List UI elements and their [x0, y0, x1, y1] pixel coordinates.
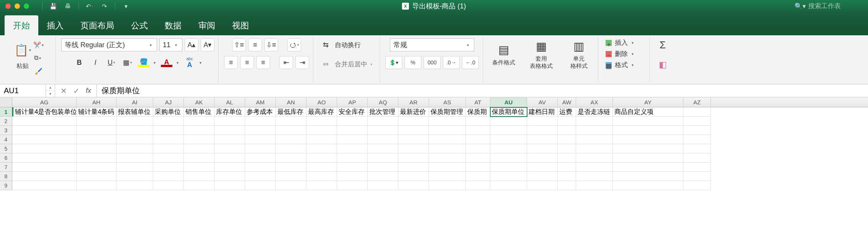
row-header[interactable]: 6	[0, 153, 12, 163]
clear-icon[interactable]: ◧	[656, 58, 670, 71]
cell[interactable]	[490, 172, 527, 181]
cell[interactable]	[337, 163, 368, 172]
cell[interactable]	[398, 153, 429, 163]
copy-icon[interactable]: ⧉▾	[33, 53, 44, 63]
cell[interactable]	[429, 172, 466, 181]
cell[interactable]	[276, 181, 306, 190]
cell[interactable]	[215, 163, 245, 172]
cell[interactable]	[337, 153, 368, 163]
cell[interactable]	[12, 181, 77, 190]
close-icon[interactable]	[5, 3, 11, 9]
cell[interactable]	[576, 117, 613, 126]
row-header[interactable]: 3	[0, 126, 12, 135]
cell[interactable]	[153, 126, 184, 135]
cell[interactable]	[466, 126, 490, 135]
cell[interactable]	[558, 117, 576, 126]
cell[interactable]	[576, 172, 613, 181]
cell[interactable]	[558, 163, 576, 172]
cell[interactable]	[77, 126, 116, 135]
cell[interactable]: 安全库存	[337, 107, 368, 117]
italic-button[interactable]: I	[88, 56, 102, 69]
cell[interactable]: 报表辅单位	[116, 107, 153, 117]
row-header[interactable]: 1	[0, 107, 12, 117]
cell[interactable]	[153, 135, 184, 144]
cell[interactable]	[77, 117, 116, 126]
row-header[interactable]: 2	[0, 117, 12, 126]
cell[interactable]	[368, 144, 398, 153]
customize-qat-icon[interactable]: ▾	[122, 2, 130, 10]
column-header-AL[interactable]: AL	[215, 97, 245, 107]
format-as-table-button[interactable]: ▦套用 表格格式	[526, 38, 557, 70]
cell[interactable]	[398, 117, 429, 126]
column-header-AP[interactable]: AP	[337, 97, 368, 107]
increase-decimal-icon[interactable]: .0→	[443, 56, 460, 69]
cell[interactable]: 销售单位	[184, 107, 215, 117]
column-header-AK[interactable]: AK	[184, 97, 215, 107]
cell[interactable]: 保质期单位	[490, 107, 527, 117]
cell[interactable]	[184, 181, 215, 190]
cell[interactable]	[466, 135, 490, 144]
cell[interactable]	[12, 172, 77, 181]
cell[interactable]: 商品自定义项	[613, 107, 683, 117]
cell[interactable]	[613, 172, 683, 181]
cell[interactable]	[116, 117, 153, 126]
search-box[interactable]: 🔍▾	[794, 2, 868, 10]
cell[interactable]	[490, 163, 527, 172]
align-right-icon[interactable]: ≡	[256, 56, 270, 69]
underline-button[interactable]: U▾	[105, 56, 118, 69]
cell[interactable]	[77, 135, 116, 144]
font-name-select[interactable]: 等线 Regular (正文)▾	[61, 38, 157, 51]
conditional-format-button[interactable]: ▤条件格式	[488, 42, 519, 66]
cell[interactable]	[245, 163, 276, 172]
align-left-icon[interactable]: ≡	[224, 56, 238, 69]
cell[interactable]	[215, 172, 245, 181]
cell[interactable]: 库存单位	[215, 107, 245, 117]
cell[interactable]	[306, 153, 337, 163]
column-header-AJ[interactable]: AJ	[153, 97, 184, 107]
cell[interactable]	[116, 163, 153, 172]
cell[interactable]	[245, 153, 276, 163]
increase-indent-icon[interactable]: ⇥	[295, 56, 309, 69]
delete-cells-button[interactable]: －删除▾	[606, 49, 644, 58]
minimize-icon[interactable]	[15, 3, 20, 9]
number-format-select[interactable]: 常规▾	[390, 38, 474, 51]
wrap-text-label[interactable]: 自动换行	[335, 41, 361, 49]
cancel-formula-icon[interactable]: ✕	[61, 86, 67, 95]
select-all-corner[interactable]	[0, 97, 12, 107]
cell[interactable]	[215, 126, 245, 135]
cell[interactable]	[576, 153, 613, 163]
cell[interactable]	[490, 135, 527, 144]
cell[interactable]	[466, 144, 490, 153]
cell[interactable]	[490, 181, 527, 190]
cell[interactable]	[184, 135, 215, 144]
enter-formula-icon[interactable]: ✓	[73, 86, 80, 95]
tab-插入[interactable]: 插入	[38, 15, 72, 35]
cell[interactable]	[429, 135, 466, 144]
wrap-text-icon[interactable]: ⇆	[319, 38, 332, 51]
cell[interactable]	[306, 181, 337, 190]
cell[interactable]	[337, 172, 368, 181]
cell[interactable]	[613, 144, 683, 153]
name-box-stepper[interactable]: ▲▼	[46, 84, 55, 97]
cell[interactable]	[116, 126, 153, 135]
bold-button[interactable]: B	[72, 56, 86, 69]
cell[interactable]	[558, 126, 576, 135]
cell[interactable]	[276, 144, 306, 153]
cell[interactable]	[527, 117, 558, 126]
cell[interactable]	[429, 144, 466, 153]
cell[interactable]	[337, 117, 368, 126]
cell[interactable]	[527, 181, 558, 190]
cell[interactable]	[116, 181, 153, 190]
cell[interactable]	[306, 144, 337, 153]
cell[interactable]	[613, 117, 683, 126]
undo-icon[interactable]: ↶▾	[86, 2, 93, 10]
cell[interactable]	[527, 126, 558, 135]
tab-数据[interactable]: 数据	[156, 15, 190, 35]
column-header-AM[interactable]: AM	[245, 97, 276, 107]
column-header-AU[interactable]: AU	[490, 97, 527, 107]
cell[interactable]	[77, 163, 116, 172]
cell[interactable]	[12, 163, 77, 172]
cell[interactable]	[683, 153, 711, 163]
cell[interactable]	[683, 135, 711, 144]
tab-审阅[interactable]: 审阅	[190, 15, 224, 35]
